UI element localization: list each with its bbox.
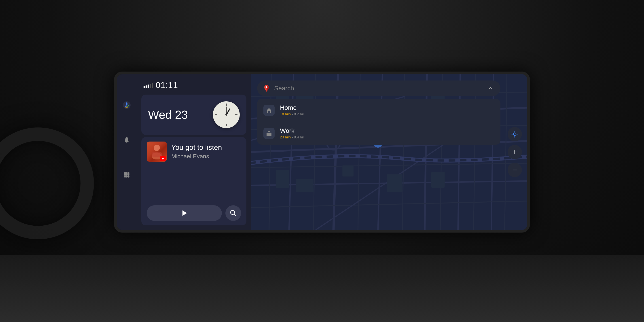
apps-button[interactable] <box>120 168 133 181</box>
music-text: You got to listen Michael Evans <box>171 143 241 160</box>
search-music-button[interactable] <box>226 205 241 221</box>
music-controls <box>147 205 241 221</box>
infotainment-screen: 01:11 Wed 23 <box>114 72 530 232</box>
song-title: You got to listen <box>171 143 241 152</box>
map-background <box>251 74 527 230</box>
clock-widget <box>213 101 240 128</box>
calendar-date: Wed 23 <box>148 108 188 122</box>
svg-rect-59 <box>276 170 289 188</box>
svg-point-6 <box>128 172 130 174</box>
svg-point-8 <box>126 174 128 176</box>
svg-line-27 <box>234 214 236 216</box>
map-panel[interactable]: Search Home 18 min • <box>251 74 527 230</box>
map-controls: + − <box>508 127 522 177</box>
album-art <box>147 142 167 162</box>
svg-rect-67 <box>266 132 272 136</box>
time-display: 01:11 <box>156 80 178 90</box>
svg-rect-1 <box>126 102 128 106</box>
collapse-button[interactable] <box>486 84 495 93</box>
work-distance-value: 9.4 mi <box>294 135 304 139</box>
svg-point-11 <box>126 176 128 178</box>
svg-rect-63 <box>431 172 445 188</box>
maps-icon <box>262 84 270 92</box>
dashboard-bottom <box>0 255 644 322</box>
left-main-content: 01:11 Wed 23 <box>137 74 251 230</box>
home-name: Home <box>280 104 494 111</box>
location-button[interactable] <box>508 127 522 141</box>
music-widget[interactable]: You got to listen Michael Evans <box>141 137 246 226</box>
mic-button[interactable] <box>120 99 133 111</box>
svg-point-26 <box>230 210 234 214</box>
work-info: Work 23 min • 9.4 mi <box>280 127 494 139</box>
svg-marker-25 <box>182 210 187 216</box>
home-destination[interactable]: Home 18 min • 8.2 mi <box>257 99 500 122</box>
home-time: 18 min <box>280 112 291 116</box>
calendar-widget[interactable]: Wed 23 <box>141 94 246 135</box>
artist-name: Michael Evans <box>171 153 241 160</box>
svg-point-7 <box>124 174 126 176</box>
svg-rect-23 <box>152 152 162 157</box>
status-bar: 01:11 <box>137 76 251 92</box>
svg-point-9 <box>128 174 130 176</box>
svg-rect-61 <box>342 166 354 177</box>
map-roads <box>251 74 527 230</box>
zoom-in-button[interactable]: + <box>508 145 522 159</box>
play-button[interactable] <box>147 205 222 221</box>
svg-point-68 <box>514 133 516 136</box>
youtube-badge <box>160 156 166 161</box>
work-destination[interactable]: Work 23 min • 9.4 mi <box>257 122 500 145</box>
left-panel: 01:11 Wed 23 <box>117 74 251 230</box>
signal-icon <box>144 83 153 88</box>
svg-point-5 <box>126 172 128 174</box>
svg-point-10 <box>124 176 126 178</box>
svg-rect-60 <box>296 179 314 192</box>
music-info: You got to listen Michael Evans <box>147 142 241 162</box>
svg-point-66 <box>266 86 268 88</box>
zoom-out-button[interactable]: − <box>508 163 522 177</box>
svg-marker-24 <box>162 158 164 160</box>
home-distance-value: 8.2 mi <box>294 112 304 116</box>
svg-rect-62 <box>387 174 402 192</box>
sidebar-icons <box>117 74 137 230</box>
svg-point-12 <box>128 176 130 178</box>
work-time: 23 min <box>280 135 291 139</box>
notification-button[interactable] <box>120 134 133 146</box>
destination-cards: Home 18 min • 8.2 mi Work <box>257 99 500 145</box>
svg-point-4 <box>124 172 126 174</box>
svg-point-21 <box>154 145 160 151</box>
home-icon <box>264 105 274 116</box>
home-distance: • <box>292 112 294 116</box>
maps-search-bar[interactable]: Search <box>257 80 500 96</box>
home-info: Home 18 min • 8.2 mi <box>280 104 494 116</box>
work-name: Work <box>280 127 494 134</box>
work-icon <box>264 128 274 139</box>
search-text: Search <box>274 85 482 92</box>
svg-point-20 <box>226 114 227 116</box>
work-distance: • <box>292 135 294 139</box>
